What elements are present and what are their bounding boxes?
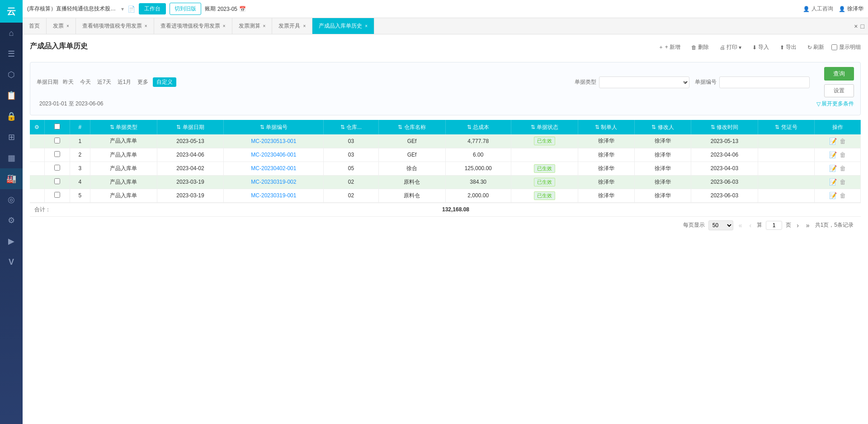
row-delete-icon[interactable]: 🗑 [840, 192, 846, 199]
sidebar-item-calendar[interactable]: ▦ [0, 148, 23, 168]
col-wname-header[interactable]: ⇅ 仓库名称 [378, 120, 445, 134]
col-number-header[interactable]: ⇅ 单据编号 [224, 120, 324, 134]
export-button[interactable]: ⬆ 导出 [776, 42, 800, 53]
delete-button[interactable]: 🗑 删除 [688, 42, 712, 53]
tab-invoice-issue[interactable]: 发票开具 × [272, 18, 312, 34]
row-checkbox-cell[interactable] [44, 162, 70, 175]
col-wcode-header[interactable]: ⇅ 仓库... [324, 120, 378, 134]
col-settings[interactable]: ⚙ [30, 120, 44, 134]
user-info[interactable]: 👤 徐泽华 [839, 5, 863, 13]
date-today-btn[interactable]: 今天 [78, 77, 93, 87]
expand-filter-btn[interactable]: ▽ 展开更多条件 [816, 100, 854, 108]
tab-product-inbound[interactable]: 产成品入库单历史 × [312, 18, 374, 34]
row-edit-icon[interactable]: 📝 [829, 178, 837, 186]
print-dropdown-icon[interactable]: ▾ [739, 44, 741, 51]
tab-invoice-calc-close[interactable]: × [263, 24, 266, 29]
sidebar-item-stamp[interactable]: ◎ [0, 189, 23, 210]
next-page-button[interactable]: › [795, 221, 801, 230]
row-number-cell[interactable]: MC-20230319-002 [224, 175, 324, 189]
doc-icon[interactable]: 📄 [127, 5, 135, 13]
row-checkbox-cell[interactable] [44, 148, 70, 162]
last-page-button[interactable]: » [804, 221, 811, 230]
tab-query-sale-vat[interactable]: 查看销项增值税专用发票 × [76, 18, 154, 34]
row-number-cell[interactable]: MC-20230513-001 [224, 134, 324, 148]
sidebar-item-v[interactable]: V [0, 252, 23, 272]
row-number-cell[interactable]: MC-20230402-001 [224, 162, 324, 175]
row-checkbox[interactable] [54, 178, 60, 184]
row-number-cell[interactable]: MC-20230406-001 [224, 148, 324, 162]
col-checkbox-header[interactable] [44, 120, 70, 134]
number-filter-input[interactable] [719, 76, 810, 88]
date-yesterday-btn[interactable]: 昨天 [61, 77, 75, 87]
tab-home[interactable]: 首页 [23, 18, 47, 34]
tab-query-sale-vat-close[interactable]: × [145, 24, 147, 29]
query-button[interactable]: 查询 [824, 67, 854, 81]
sidebar-item-home[interactable]: ⌂ [0, 23, 23, 43]
first-page-button[interactable]: « [737, 221, 744, 230]
calendar-icon[interactable]: 📅 [239, 6, 246, 12]
col-creator-header[interactable]: ⇅ 制单人 [578, 120, 634, 134]
display-detail-checkbox[interactable] [831, 44, 837, 50]
tab-invoice-calc[interactable]: 发票测算 × [232, 18, 273, 34]
date-custom-btn[interactable]: 自定义 [153, 77, 176, 87]
new-button[interactable]: ＋ + 新增 [655, 42, 684, 53]
sidebar-item-doc[interactable]: ☰ [0, 43, 23, 64]
row-checkbox-cell[interactable] [44, 175, 70, 189]
workbench-button[interactable]: 工作台 [139, 3, 166, 14]
tab-invoice-issue-close[interactable]: × [303, 24, 306, 29]
tab-product-inbound-close[interactable]: × [365, 24, 368, 29]
support-link[interactable]: 👤 人工咨询 [803, 5, 833, 13]
restore-icon[interactable]: □ [861, 23, 864, 30]
sidebar-item-lock[interactable]: 🔒 [0, 106, 23, 127]
col-status-header[interactable]: ⇅ 单据状态 [511, 120, 578, 134]
row-checkbox-cell[interactable] [44, 189, 70, 202]
sidebar-item-warehouse[interactable]: 🏭 [0, 168, 23, 189]
row-delete-icon[interactable]: 🗑 [840, 165, 846, 172]
row-delete-icon[interactable]: 🗑 [840, 178, 846, 186]
print-button[interactable]: 🖨 打印 ▾ [716, 42, 745, 53]
sidebar-item-grid[interactable]: ⊞ [0, 127, 23, 148]
col-voucher-header[interactable]: ⇅ 凭证号 [758, 120, 814, 134]
col-mtime-header[interactable]: ⇅ 修改时间 [691, 120, 758, 134]
tab-invoice-close[interactable]: × [66, 24, 69, 29]
switch-version-button[interactable]: 切到旧版 [170, 3, 201, 15]
type-filter-select[interactable] [599, 76, 689, 88]
sidebar-item-invoice[interactable]: 📋 [0, 85, 23, 106]
tab-query-purchase-vat[interactable]: 查看进项增值税专用发票 × [154, 18, 232, 34]
row-checkbox[interactable] [54, 151, 60, 157]
date-more-btn[interactable]: 更多 [136, 77, 150, 87]
col-date-header[interactable]: ⇅ 单据日期 [157, 120, 224, 134]
dropdown-icon[interactable]: ▾ [121, 6, 124, 12]
col-modifier-header[interactable]: ⇅ 修改人 [634, 120, 691, 134]
row-checkbox[interactable] [54, 165, 60, 171]
refresh-button[interactable]: ↻ 刷新 [804, 42, 828, 53]
col-type-header[interactable]: ⇅ 单据类型 [90, 120, 157, 134]
sidebar-item-settings[interactable]: ⚙ [0, 210, 23, 231]
row-checkbox[interactable] [54, 192, 60, 198]
per-page-select[interactable]: 10 20 50 100 [708, 220, 733, 230]
date-7days-btn[interactable]: 近7天 [95, 77, 113, 87]
row-edit-icon[interactable]: 📝 [829, 165, 837, 172]
row-delete-icon[interactable]: 🗑 [840, 138, 846, 145]
close-all-icon[interactable]: × [854, 23, 858, 30]
table-footer: 合计： 132,168.08 [30, 203, 861, 216]
sidebar-item-play[interactable]: ▶ [0, 231, 23, 252]
row-number-cell[interactable]: MC-20230319-001 [224, 189, 324, 202]
import-button[interactable]: ⬇ 导入 [749, 42, 773, 53]
row-edit-icon[interactable]: 📝 [829, 151, 837, 158]
tab-query-purchase-vat-close[interactable]: × [223, 24, 226, 29]
tab-invoice[interactable]: 发票 × [47, 18, 76, 34]
prev-page-button[interactable]: ‹ [748, 221, 754, 230]
row-edit-icon[interactable]: 📝 [829, 138, 837, 145]
row-checkbox-cell[interactable] [44, 134, 70, 148]
set-button[interactable]: 设置 [824, 84, 854, 97]
current-page-input[interactable] [766, 221, 782, 230]
display-detail-toggle[interactable]: 显示明细 [831, 43, 861, 51]
select-all-checkbox[interactable] [54, 124, 60, 129]
date-1month-btn[interactable]: 近1月 [116, 77, 133, 87]
row-checkbox[interactable] [54, 138, 60, 143]
row-delete-icon[interactable]: 🗑 [840, 151, 846, 158]
sidebar-item-chart[interactable]: ⬡ [0, 64, 23, 85]
col-cost-header[interactable]: ⇅ 总成本 [445, 120, 511, 134]
row-edit-icon[interactable]: 📝 [829, 192, 837, 199]
